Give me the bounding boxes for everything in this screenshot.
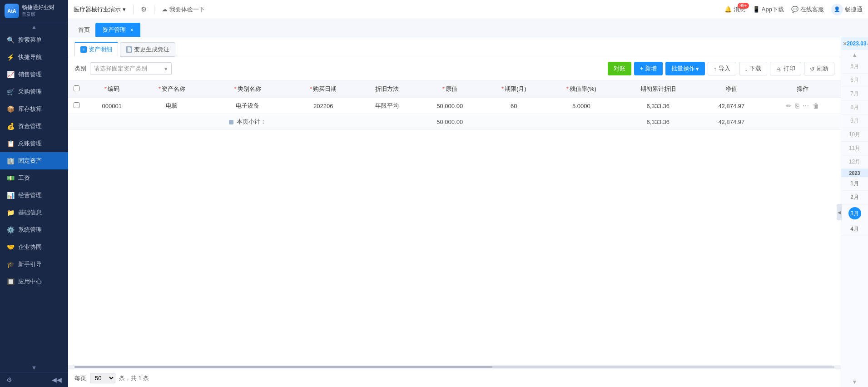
calendar-month-feb[interactable]: 2月 xyxy=(841,191,868,204)
calendar-month-9[interactable]: 9月 xyxy=(841,114,868,128)
per-page-label: 每页 xyxy=(74,374,86,382)
topbar-divider2 xyxy=(154,5,154,14)
home-tab-label: 首页 xyxy=(78,26,90,33)
calendar-month-11[interactable]: 11月 xyxy=(841,142,868,155)
sidebar-item-quick-nav[interactable]: ⚡ 快捷导航 xyxy=(0,49,68,66)
calendar-close-btn[interactable]: × xyxy=(843,40,847,47)
sidebar-item-fixed-assets[interactable]: 🏢 固定资产 xyxy=(0,152,68,169)
sidebar-item-inventory[interactable]: 📦 库存核算 xyxy=(0,100,68,118)
calendar-month-5[interactable]: 5月 xyxy=(841,60,868,74)
sidebar-item-label: 工资 xyxy=(18,174,30,182)
sub-tab-change-voucher[interactable]: 📄 变更生成凭证 xyxy=(120,42,175,57)
calendar-collapse-btn[interactable]: ◀ xyxy=(837,204,842,220)
sub-tab-asset-detail[interactable]: ≡ 资产明细 xyxy=(74,42,118,57)
trial-button[interactable]: ☁ 我要体验一下 xyxy=(162,5,205,14)
calendar-month-7[interactable]: 7月 xyxy=(841,87,868,101)
import-button[interactable]: ↑ 导入 xyxy=(708,62,736,75)
company-selector[interactable]: 医疗器械行业演示 ▾ xyxy=(74,5,126,14)
print-button[interactable]: 🖨 打印 xyxy=(770,62,801,75)
calendar-month-apr[interactable]: 4月 xyxy=(841,223,868,236)
download-icon: 📱 xyxy=(753,6,760,13)
sidebar-item-label: 总账管理 xyxy=(18,139,42,148)
copy-icon[interactable]: ⎘ xyxy=(795,102,799,109)
calendar-year-month: 2023.03 xyxy=(847,40,866,47)
sidebar-item-basic-info[interactable]: 📁 基础信息 xyxy=(0,204,68,221)
more-icon[interactable]: ⋯ xyxy=(803,102,809,109)
user-avatar-button[interactable]: 👤 畅捷通 xyxy=(831,4,863,15)
sidebar-item-app-center[interactable]: 🔲 应用中心 xyxy=(0,273,68,290)
sidebar: AtA 畅捷通好业财 普及版 ▲ 🔍 搜索菜单 ⚡ 快捷导航 📈 销售管理 🛒 … xyxy=(0,0,68,387)
edit-icon[interactable]: ✏ xyxy=(786,102,792,109)
tab-asset-management[interactable]: 资产管理 × xyxy=(95,23,140,37)
print-icon: 🖨 xyxy=(776,65,782,72)
notification-badge: 99+ xyxy=(738,3,749,9)
per-page-select[interactable]: 50 10 20 100 xyxy=(90,373,115,383)
sidebar-item-finance[interactable]: 💰 资金管理 xyxy=(0,118,68,135)
app-download-button[interactable]: 📱 App下载 xyxy=(753,5,784,14)
sidebar-scroll-up[interactable]: ▲ xyxy=(0,22,68,31)
reconcile-button[interactable]: 对账 xyxy=(608,62,631,75)
company-name: 医疗器械行业演示 xyxy=(74,5,121,14)
refresh-icon: ↺ xyxy=(810,65,815,72)
tab-home[interactable]: 首页 xyxy=(74,23,94,37)
calendar-month-jan[interactable]: 1月 xyxy=(841,177,868,191)
calendar-month-8[interactable]: 8月 xyxy=(841,101,868,114)
sidebar-item-purchase[interactable]: 🛒 采购管理 xyxy=(0,83,68,100)
topbar-right: 🔔 消息 99+ 📱 App下载 💬 在线客服 👤 畅捷通 xyxy=(724,4,863,15)
download-button[interactable]: ↓ 下载 xyxy=(739,62,768,75)
sidebar-item-system[interactable]: ⚙️ 系统管理 xyxy=(0,221,68,238)
sidebar-item-label: 库存核算 xyxy=(18,105,42,113)
main-content: 医疗器械行业演示 ▾ ⚙ ☁ 我要体验一下 🔔 消息 99+ 📱 App下载 💬… xyxy=(68,0,868,387)
app-logo-icon: AtA xyxy=(5,4,19,18)
sidebar-item-payroll[interactable]: 💵 工资 xyxy=(0,169,68,187)
calendar-month-mar[interactable]: 3月 xyxy=(848,207,861,220)
header-residual-rate: *残值率(%) xyxy=(545,80,617,98)
calendar-up-arrow[interactable]: ▲ xyxy=(841,50,868,60)
inventory-icon: 📦 xyxy=(6,105,15,113)
calendar-month-6[interactable]: 6月 xyxy=(841,74,868,87)
sidebar-item-search[interactable]: 🔍 搜索菜单 xyxy=(0,31,68,49)
refresh-button[interactable]: ↺ 刷新 xyxy=(804,62,834,75)
pagination: 每页 50 10 20 100 条，共 1 条 xyxy=(68,369,841,387)
sidebar-item-operations[interactable]: 📊 经营管理 xyxy=(0,187,68,204)
cell-actions: ✏ ⎘ ⋯ 🗑 xyxy=(764,98,841,114)
select-all-checkbox[interactable] xyxy=(74,85,79,91)
horizontal-scrollbar[interactable] xyxy=(68,365,841,369)
calendar-down-arrow[interactable]: ▼ xyxy=(841,377,868,387)
delete-icon[interactable]: 🗑 xyxy=(813,102,819,109)
batch-button[interactable]: 批量操作 ▾ xyxy=(665,62,705,75)
scrollbar-thumb[interactable] xyxy=(74,366,492,368)
calendar-expand-btn[interactable]: ⤢ xyxy=(867,40,868,47)
sidebar-item-sales[interactable]: 📈 销售管理 xyxy=(0,66,68,83)
sidebar-item-label: 固定资产 xyxy=(18,157,42,165)
sidebar-item-label: 经营管理 xyxy=(18,191,42,199)
sidebar-item-label: 搜索菜单 xyxy=(18,36,42,44)
new-button[interactable]: + 新增 xyxy=(634,62,663,75)
asset-tab-close-icon[interactable]: × xyxy=(130,27,134,33)
finance-icon: 💰 xyxy=(6,122,15,130)
table-header-row: *编码 *资产名称 *类别名称 *购买日期 折旧方法 *原值 *期限(月) *残… xyxy=(68,80,841,98)
sidebar-item-enterprise[interactable]: 🤝 企业协同 xyxy=(0,238,68,256)
collapse-icon[interactable]: ◀◀ xyxy=(52,376,62,383)
sidebar-bottom: ⚙ ◀◀ xyxy=(0,372,68,387)
calendar-header: × 2023.03 ⤢ xyxy=(841,37,868,50)
sidebar-scroll-down[interactable]: ▼ xyxy=(0,363,68,372)
calendar-month-10[interactable]: 10月 xyxy=(841,128,868,142)
purchase-icon: 🛒 xyxy=(6,88,15,96)
sidebar-item-label: 企业协同 xyxy=(18,243,42,251)
sidebar-item-ledger[interactable]: 📋 总账管理 xyxy=(0,135,68,152)
change-voucher-icon: 📄 xyxy=(126,46,132,53)
calendar-month-12[interactable]: 12月 xyxy=(841,155,868,169)
operations-icon: 📊 xyxy=(6,191,15,199)
settings-gear-icon[interactable]: ⚙ xyxy=(141,5,147,14)
category-filter-select[interactable]: 请选择固定资产类别 ▾ xyxy=(90,62,172,75)
row-checkbox[interactable] xyxy=(74,102,79,108)
online-service-button[interactable]: 💬 在线客服 xyxy=(791,5,824,14)
avatar: 👤 xyxy=(831,4,843,15)
notifications-button[interactable]: 🔔 消息 99+ xyxy=(724,5,745,14)
header-net-value: 净值 xyxy=(699,80,764,98)
settings-icon[interactable]: ⚙ xyxy=(6,376,12,383)
sidebar-item-guide[interactable]: 🎓 新手引导 xyxy=(0,256,68,273)
asset-detail-icon: ≡ xyxy=(80,46,87,53)
enterprise-icon: 🤝 xyxy=(6,243,15,251)
